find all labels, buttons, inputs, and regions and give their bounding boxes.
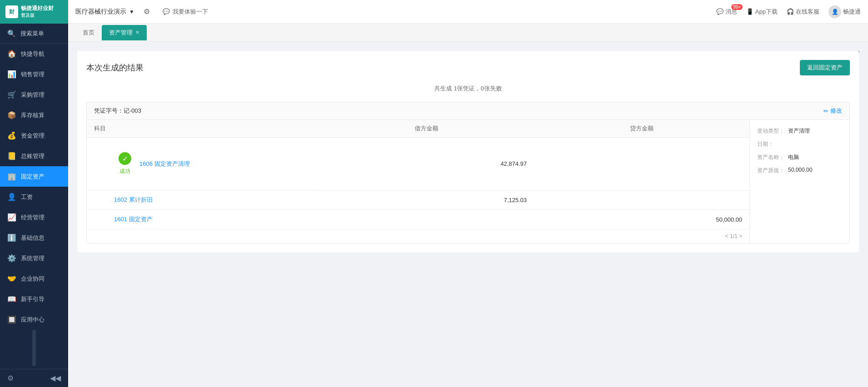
settings-button[interactable]: ⚙ bbox=[140, 5, 154, 19]
sidebar-item-payroll[interactable]: 👤 工资 bbox=[0, 187, 68, 207]
collaboration-icon: 🤝 bbox=[7, 274, 16, 283]
settings-icon[interactable]: ⚙ bbox=[7, 374, 14, 382]
sidebar-item-purchase[interactable]: 🛒 采购管理 bbox=[0, 84, 68, 105]
sidebar-item-inventory-label: 库存核算 bbox=[21, 111, 45, 119]
payroll-icon: 👤 bbox=[7, 193, 16, 201]
sidebar-item-fixed-assets[interactable]: 🏢 固定资产 bbox=[0, 166, 68, 187]
table-row: 1602 累计折旧 7,125.03 bbox=[87, 190, 749, 210]
credit-cell-1 bbox=[534, 138, 749, 191]
sidebar-item-search[interactable]: 🔍 搜索菜单 bbox=[0, 24, 68, 44]
subject-3: 1601 固定资产 bbox=[114, 216, 153, 223]
sidebar-item-collaboration[interactable]: 🤝 企业协同 bbox=[0, 268, 68, 289]
user-name: 畅捷通 bbox=[843, 8, 861, 16]
col-debit: 借方金额 bbox=[319, 120, 534, 138]
asset-name-value: 电脑 bbox=[788, 154, 799, 161]
sidebar-item-quick-nav[interactable]: 🏠 快捷导航 bbox=[0, 44, 68, 64]
tab-home[interactable]: 首页 bbox=[75, 25, 102, 40]
sidebar-item-system[interactable]: ⚙️ 系统管理 bbox=[0, 248, 68, 268]
sidebar-item-guide-label: 新手引导 bbox=[21, 295, 45, 303]
app-logo: 财 畅捷通好业财 普及版 bbox=[0, 0, 68, 24]
change-type-row: 变动类型： 资产清理 bbox=[757, 127, 842, 135]
sidebar-item-basic-info[interactable]: ℹ️ 基础信息 bbox=[0, 228, 68, 248]
feedback-button[interactable]: 💬 我要体验一下 bbox=[163, 8, 208, 16]
result-card: 本次生成的结果 返回固定资产 共生成 1张凭证，0张失败 凭证字号：记-003 … bbox=[77, 51, 859, 253]
voucher-section: 凭证字号：记-003 ✏ 修改 科目 借方金额 贷 bbox=[86, 102, 850, 243]
messages-badge: 99+ bbox=[731, 4, 743, 10]
return-button[interactable]: 返回固定资产 bbox=[800, 60, 850, 75]
voucher-pagination: < 1/1 > bbox=[87, 229, 749, 243]
app-center-icon: 🔲 bbox=[7, 315, 16, 324]
date-label: 日期： bbox=[757, 140, 784, 148]
avatar: 👤 bbox=[828, 5, 841, 18]
logo-icon: 财 bbox=[5, 5, 18, 18]
sidebar-item-ledger[interactable]: 📒 总账管理 bbox=[0, 146, 68, 166]
asset-name-row: 资产名称： 电脑 bbox=[757, 154, 842, 161]
collapse-icon[interactable]: ◀◀ bbox=[50, 374, 61, 382]
messages-button[interactable]: 💬 消息 99+ bbox=[716, 8, 737, 16]
sidebar: 财 畅捷通好业财 普及版 🔍 搜索菜单 🏠 快捷导航 📊 销售管理 🛒 采购管理… bbox=[0, 0, 68, 387]
success-status: ✓ 成功 bbox=[114, 143, 136, 184]
col-credit: 贷方金额 bbox=[534, 120, 749, 138]
voucher-table: 科目 借方金额 贷方金额 ✓ 成 bbox=[87, 120, 749, 229]
topbar-right: 💬 消息 99+ 📱 App下载 🎧 在线客服 👤 畅捷通 bbox=[716, 5, 861, 18]
table-row: 1601 固定资产 50,000.00 bbox=[87, 210, 749, 229]
customer-service-button[interactable]: 🎧 在线客服 bbox=[787, 8, 819, 16]
subject-1: 1606 固定资产清理 bbox=[139, 160, 190, 168]
home-icon: 🏠 bbox=[7, 50, 16, 58]
customer-service-label: 在线客服 bbox=[796, 8, 819, 16]
sales-icon: 📊 bbox=[7, 70, 16, 79]
subject-2: 1602 累计折旧 bbox=[114, 196, 153, 203]
success-icon: ✓ bbox=[119, 152, 131, 165]
change-type-value: 资产清理 bbox=[788, 127, 810, 135]
sidebar-item-sales-label: 销售管理 bbox=[21, 70, 45, 79]
page-info: 1/1 bbox=[730, 233, 739, 239]
tab-asset-management-label: 资产管理 bbox=[109, 29, 133, 37]
result-header: 本次生成的结果 返回固定资产 bbox=[86, 60, 850, 75]
sidebar-item-fixed-assets-label: 固定资产 bbox=[21, 173, 45, 181]
prev-page-btn[interactable]: < bbox=[725, 233, 729, 239]
topbar: 医疗器械行业演示 ▼ ⚙ 💬 我要体验一下 💬 消息 99+ 📱 App下载 🎧… bbox=[68, 0, 868, 24]
logo-sub: 普及版 bbox=[21, 12, 54, 19]
change-type-label: 变动类型： bbox=[757, 127, 784, 135]
sidebar-item-management[interactable]: 📈 经营管理 bbox=[0, 207, 68, 228]
credit-cell-2 bbox=[534, 190, 749, 210]
sidebar-item-inventory[interactable]: 📦 库存核算 bbox=[0, 105, 68, 125]
tab-close-icon[interactable]: ✕ bbox=[135, 30, 139, 35]
table-row: ✓ 成功 1606 固定资产清理 42,874.97 bbox=[87, 138, 749, 191]
download-icon: 📱 bbox=[746, 8, 754, 15]
sidebar-item-guide[interactable]: 📖 新手引导 bbox=[0, 289, 68, 309]
sidebar-item-collaboration-label: 企业协同 bbox=[21, 275, 45, 283]
sidebar-item-basic-info-label: 基础信息 bbox=[21, 234, 45, 242]
debit-cell-2: 7,125.03 bbox=[319, 190, 534, 210]
next-page-btn[interactable]: > bbox=[739, 233, 742, 239]
message-icon: 💬 bbox=[716, 8, 724, 15]
tab-asset-management[interactable]: 资产管理 ✕ bbox=[102, 25, 147, 40]
sidebar-menu: 🏠 快捷导航 📊 销售管理 🛒 采购管理 📦 库存核算 💰 资金管理 📒 总账管… bbox=[0, 44, 68, 327]
logo-text: 畅捷通好业财 bbox=[21, 5, 54, 12]
asset-name-label: 资产名称： bbox=[757, 154, 784, 161]
success-label: 成功 bbox=[119, 168, 130, 175]
ledger-icon: 📒 bbox=[7, 152, 16, 160]
nav-tabs: 首页 资产管理 ✕ bbox=[68, 24, 868, 42]
asset-value-label: 资产原值： bbox=[757, 167, 784, 174]
basic-info-icon: ℹ️ bbox=[7, 233, 16, 242]
system-icon: ⚙️ bbox=[7, 254, 16, 263]
sidebar-item-search-label: 搜索菜单 bbox=[20, 30, 44, 38]
voucher-number: 凭证字号：记-003 bbox=[94, 107, 141, 115]
edit-button[interactable]: ✏ 修改 bbox=[823, 107, 842, 115]
management-icon: 📈 bbox=[7, 213, 16, 222]
main-area: 医疗器械行业演示 ▼ ⚙ 💬 我要体验一下 💬 消息 99+ 📱 App下载 🎧… bbox=[68, 0, 868, 387]
fixed-assets-icon: 🏢 bbox=[7, 172, 16, 181]
subject-cell-2: 1602 累计折旧 bbox=[87, 190, 319, 210]
inventory-icon: 📦 bbox=[7, 111, 16, 119]
table-header-row: 科目 借方金额 贷方金额 bbox=[87, 120, 749, 138]
sidebar-item-funds[interactable]: 💰 资金管理 bbox=[0, 125, 68, 146]
app-download-button[interactable]: 📱 App下载 bbox=[746, 8, 778, 16]
voucher-right-panel: 变动类型： 资产清理 日期： 资产名称： 电脑 资产原值： bbox=[749, 120, 849, 243]
company-selector[interactable]: 医疗器械行业演示 ▼ bbox=[75, 8, 134, 16]
sidebar-item-sales[interactable]: 📊 销售管理 bbox=[0, 64, 68, 84]
result-summary: 共生成 1张凭证，0张失败 bbox=[86, 84, 850, 93]
sidebar-item-management-label: 经营管理 bbox=[21, 213, 45, 222]
user-menu[interactable]: 👤 畅捷通 bbox=[828, 5, 861, 18]
sidebar-item-app-center[interactable]: 🔲 应用中心 bbox=[0, 309, 68, 327]
